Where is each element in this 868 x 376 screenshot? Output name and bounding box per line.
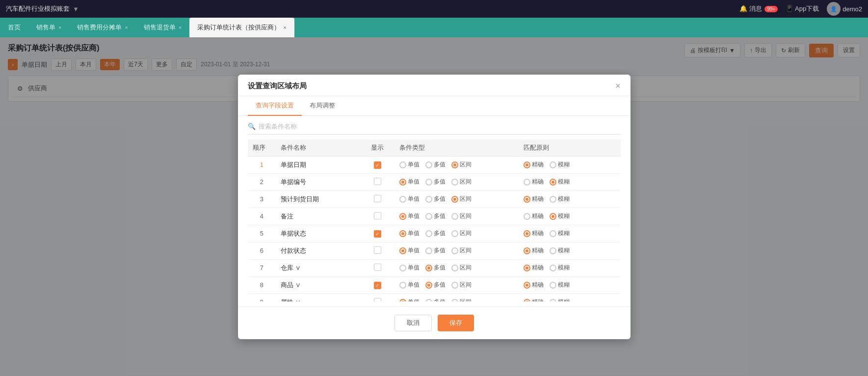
match-radio-模糊[interactable]: 模糊: [550, 298, 570, 301]
row-show-checkbox[interactable]: [361, 156, 395, 173]
app-name: 汽车配件行业模拟账套 ▼: [6, 4, 79, 13]
row-type-radios: 单值多值区间: [395, 225, 519, 242]
type-radio-单值[interactable]: 单值: [399, 246, 420, 255]
row-show-checkbox[interactable]: [361, 225, 395, 242]
match-radio-精确[interactable]: 精确: [524, 195, 544, 203]
condition-table-wrapper: 顺序 条件名称 显示 条件类型 匹配原则 1单据日期单值多值区间精确模糊2单据编…: [248, 139, 621, 301]
row-match-radios: 精确模糊: [519, 276, 620, 294]
type-radio-单值[interactable]: 单值: [399, 281, 420, 289]
show-checkbox[interactable]: [374, 161, 381, 169]
match-radio-模糊[interactable]: 模糊: [550, 178, 570, 186]
row-show-checkbox[interactable]: [361, 208, 395, 225]
show-checkbox[interactable]: [374, 282, 381, 289]
tab-sales-cost[interactable]: 销售费用分摊单 ×: [69, 18, 135, 37]
type-radio-多值[interactable]: 多值: [425, 298, 446, 301]
show-checkbox[interactable]: [374, 230, 381, 238]
tab-home[interactable]: 首页: [0, 18, 28, 37]
tab-purchase-stats[interactable]: 采购订单统计表（按供应商） ×: [189, 18, 294, 37]
row-type-radios: 单值多值区间: [395, 173, 519, 190]
match-radio-精确[interactable]: 精确: [524, 212, 544, 220]
type-radio-区间[interactable]: 区间: [451, 264, 472, 272]
tab-sales[interactable]: 销售单 ×: [28, 18, 69, 37]
type-radio-多值[interactable]: 多值: [425, 264, 446, 272]
match-radio-模糊[interactable]: 模糊: [550, 246, 570, 255]
type-radio-单值[interactable]: 单值: [399, 229, 420, 238]
condition-search-input[interactable]: [259, 123, 621, 130]
match-radio-模糊[interactable]: 模糊: [550, 281, 570, 289]
match-radio-模糊[interactable]: 模糊: [550, 229, 570, 238]
type-radio-单值[interactable]: 单值: [399, 212, 420, 220]
row-order: 9: [248, 294, 276, 301]
save-button[interactable]: 保存: [438, 315, 474, 331]
match-radio-精确[interactable]: 精确: [524, 298, 544, 301]
modal-tab-layout[interactable]: 布局调整: [302, 96, 343, 116]
type-radio-区间[interactable]: 区间: [451, 298, 472, 301]
close-tab-sales-cost[interactable]: ×: [125, 25, 128, 30]
match-radio-精确[interactable]: 精确: [524, 281, 544, 289]
type-radio-单值[interactable]: 单值: [399, 264, 420, 272]
cancel-button[interactable]: 取消: [395, 315, 432, 331]
show-checkbox[interactable]: [374, 246, 381, 254]
type-radio-区间[interactable]: 区间: [451, 246, 472, 255]
row-condition-name: 单据状态: [276, 225, 361, 242]
match-radio-模糊[interactable]: 模糊: [550, 212, 570, 220]
row-condition-name: 仓库 ∨: [276, 259, 361, 276]
row-match-radios: 精确模糊: [519, 259, 620, 276]
match-radio-模糊[interactable]: 模糊: [550, 195, 570, 203]
show-checkbox[interactable]: [374, 195, 381, 202]
match-radio-精确[interactable]: 精确: [524, 264, 544, 272]
table-row: 5单据状态单值多值区间精确模糊: [248, 225, 621, 242]
row-show-checkbox[interactable]: [361, 294, 395, 301]
type-radio-区间[interactable]: 区间: [451, 178, 472, 186]
type-radio-多值[interactable]: 多值: [425, 178, 446, 186]
app-download-btn[interactable]: 📱 App下载: [786, 4, 819, 13]
type-radio-区间[interactable]: 区间: [451, 212, 472, 220]
row-match-radios: 精确模糊: [519, 208, 620, 225]
type-radio-区间[interactable]: 区间: [451, 229, 472, 238]
row-show-checkbox[interactable]: [361, 173, 395, 190]
match-radio-精确[interactable]: 精确: [524, 229, 544, 238]
th-type: 条件类型: [395, 139, 519, 157]
type-radio-区间[interactable]: 区间: [451, 281, 472, 289]
type-radio-多值[interactable]: 多值: [425, 229, 446, 238]
row-condition-name: 单据编号: [276, 173, 361, 190]
type-radio-区间[interactable]: 区间: [451, 161, 472, 169]
type-radio-多值[interactable]: 多值: [425, 246, 446, 255]
match-radio-模糊[interactable]: 模糊: [550, 264, 570, 272]
page-area: 采购订单统计表(按供应商) 🖨 按模板打印 ▼ ↑ 导出 ↻ 刷新 查询 设置 …: [0, 37, 868, 376]
notification-btn[interactable]: 🔔 消息 99+: [739, 4, 778, 13]
type-radio-单值[interactable]: 单值: [399, 298, 420, 301]
close-tab-sales[interactable]: ×: [58, 25, 61, 30]
close-tab-sales-other[interactable]: ×: [179, 25, 182, 30]
type-radio-多值[interactable]: 多值: [425, 212, 446, 220]
show-checkbox[interactable]: [374, 298, 381, 301]
tab-sales-other[interactable]: 销售退货单 ×: [136, 18, 189, 37]
type-radio-多值[interactable]: 多值: [425, 281, 446, 289]
row-match-radios: 精确模糊: [519, 225, 620, 242]
modal-tab-query-fields[interactable]: 查询字段设置: [248, 96, 302, 116]
show-checkbox[interactable]: [374, 212, 381, 219]
table-row: 4备注单值多值区间精确模糊: [248, 208, 621, 225]
row-match-radios: 精确模糊: [519, 294, 620, 301]
type-radio-多值[interactable]: 多值: [425, 195, 446, 203]
modal-close-btn[interactable]: ×: [615, 81, 621, 90]
row-show-checkbox[interactable]: [361, 259, 395, 276]
type-radio-单值[interactable]: 单值: [399, 195, 420, 203]
close-tab-purchase[interactable]: ×: [283, 25, 286, 30]
user-avatar[interactable]: 👤 demo2: [827, 2, 862, 16]
match-radio-精确[interactable]: 精确: [524, 246, 544, 255]
match-radio-模糊[interactable]: 模糊: [550, 161, 570, 169]
type-radio-区间[interactable]: 区间: [451, 195, 472, 203]
row-condition-name: 单据日期: [276, 156, 361, 173]
row-show-checkbox[interactable]: [361, 242, 395, 259]
tab-bar: 首页 销售单 × 销售费用分摊单 × 销售退货单 × 采购订单统计表（按供应商）…: [0, 18, 868, 37]
type-radio-多值[interactable]: 多值: [425, 161, 446, 169]
match-radio-精确[interactable]: 精确: [524, 178, 544, 186]
show-checkbox[interactable]: [374, 178, 381, 185]
show-checkbox[interactable]: [374, 264, 381, 271]
row-show-checkbox[interactable]: [361, 190, 395, 208]
type-radio-单值[interactable]: 单值: [399, 178, 420, 186]
match-radio-精确[interactable]: 精确: [524, 161, 544, 169]
type-radio-单值[interactable]: 单值: [399, 161, 420, 169]
row-show-checkbox[interactable]: [361, 276, 395, 294]
